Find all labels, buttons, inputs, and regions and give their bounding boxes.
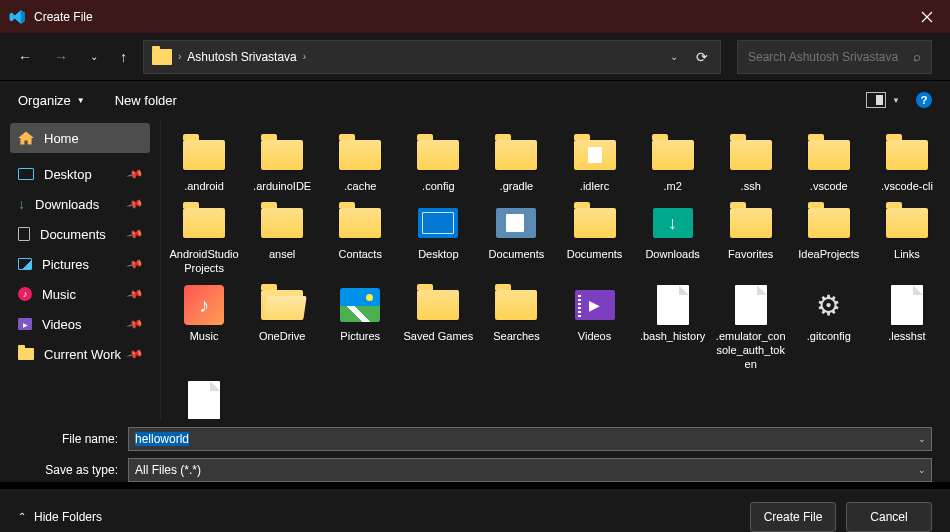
sidebar-item-home[interactable]: Home (10, 123, 150, 153)
folder-icon (261, 140, 303, 170)
grid-item[interactable]: ↓Downloads (636, 197, 710, 279)
create-file-button[interactable]: Create File (750, 502, 836, 532)
grid-item[interactable]: .vscode (792, 129, 866, 197)
file-icon (188, 381, 220, 419)
music-folder-icon: ♪ (184, 285, 224, 325)
grid-item[interactable]: ⚙.gitconfig (792, 279, 866, 375)
grid-item[interactable]: IdeaProjects (792, 197, 866, 279)
sidebar-item-current-work[interactable]: Current Work📌 (10, 339, 150, 369)
grid-item[interactable]: .vscode-cli (870, 129, 944, 197)
grid-item[interactable]: Pictures (323, 279, 397, 375)
grid-item[interactable]: .config (401, 129, 475, 197)
gear-icon: ⚙ (811, 287, 847, 323)
folder-icon (261, 208, 303, 238)
grid-item[interactable]: .gradle (479, 129, 553, 197)
folder-icon (730, 140, 772, 170)
grid-item[interactable]: Desktop (401, 197, 475, 279)
item-label: AndroidStudioProjects (168, 247, 240, 275)
titlebar: Create File (0, 0, 950, 33)
pin-icon: 📌 (126, 195, 145, 213)
grid-item[interactable] (167, 375, 241, 419)
path-dropdown[interactable]: ⌄ (670, 51, 678, 62)
main-area: HomeDesktop📌↓Downloads📌Documents📌Picture… (0, 119, 950, 419)
item-label: Videos (559, 329, 631, 343)
sidebar-item-label: Pictures (42, 257, 89, 272)
item-label: ansel (246, 247, 318, 261)
grid-item[interactable]: .m2 (636, 129, 710, 197)
item-label: Pictures (324, 329, 396, 343)
sidebar-item-pictures[interactable]: Pictures📌 (10, 249, 150, 279)
cancel-button[interactable]: Cancel (846, 502, 932, 532)
sidebar-item-label: Music (42, 287, 76, 302)
back-button[interactable]: ← (18, 49, 32, 65)
up-button[interactable]: ↑ (120, 49, 127, 65)
search-input[interactable] (748, 50, 913, 64)
sidebar: HomeDesktop📌↓Downloads📌Documents📌Picture… (0, 119, 160, 419)
grid-item[interactable]: Documents (479, 197, 553, 279)
pin-icon: 📌 (126, 165, 145, 183)
item-label: Music (168, 329, 240, 343)
documents-folder-icon (496, 208, 536, 238)
desktop-folder-icon (418, 208, 458, 238)
organize-button[interactable]: Organize ▼ (18, 93, 85, 108)
grid-item[interactable]: .emulator_console_auth_token (714, 279, 788, 375)
organize-label: Organize (18, 93, 71, 108)
grid-item[interactable]: Documents (558, 197, 632, 279)
item-label: .m2 (637, 179, 709, 193)
grid-item[interactable]: Videos (558, 279, 632, 375)
address-bar[interactable]: › Ashutosh Srivastava › ⌄ ⟳ (143, 40, 721, 74)
savetype-select[interactable] (128, 458, 932, 482)
sidebar-item-label: Home (44, 131, 79, 146)
sidebar-item-desktop[interactable]: Desktop📌 (10, 159, 150, 189)
refresh-button[interactable]: ⟳ (696, 49, 708, 65)
grid-item[interactable]: Favorites (714, 197, 788, 279)
grid-item[interactable]: .idlerc (558, 129, 632, 197)
view-mode-button[interactable]: ▼ (866, 92, 900, 108)
pin-icon: 📌 (126, 315, 145, 333)
recent-dropdown[interactable]: ⌄ (90, 51, 98, 62)
file-icon (657, 285, 689, 325)
grid-item[interactable]: .lesshst (870, 279, 944, 375)
pin-icon: 📌 (126, 285, 145, 303)
sidebar-item-label: Current Work (44, 347, 121, 362)
breadcrumb-segment[interactable]: Ashutosh Srivastava (187, 50, 296, 64)
sidebar-item-downloads[interactable]: ↓Downloads📌 (10, 189, 150, 219)
folder-open-icon (261, 290, 303, 320)
sidebar-item-documents[interactable]: Documents📌 (10, 219, 150, 249)
filename-input[interactable] (128, 427, 932, 451)
grid-item[interactable]: .bash_history (636, 279, 710, 375)
grid-item[interactable]: .android (167, 129, 241, 197)
pin-icon: 📌 (126, 255, 145, 273)
grid-item[interactable]: Saved Games (401, 279, 475, 375)
new-folder-button[interactable]: New folder (115, 93, 177, 108)
grid-item[interactable]: .ssh (714, 129, 788, 197)
item-label: IdeaProjects (793, 247, 865, 261)
file-grid[interactable]: .android.arduinoIDE.cache.config.gradle.… (160, 119, 950, 419)
grid-item[interactable]: ♪Music (167, 279, 241, 375)
item-label: .bash_history (637, 329, 709, 343)
hide-folders-button[interactable]: ⌃ Hide Folders (18, 510, 102, 524)
window-title: Create File (34, 10, 904, 24)
sidebar-item-videos[interactable]: Videos📌 (10, 309, 150, 339)
filename-label: File name: (18, 432, 128, 446)
grid-item[interactable]: AndroidStudioProjects (167, 197, 241, 279)
grid-item[interactable]: .cache (323, 129, 397, 197)
sidebar-item-music[interactable]: Music📌 (10, 279, 150, 309)
file-icon (891, 285, 923, 325)
item-label: Favorites (715, 247, 787, 261)
search-box[interactable]: ⌕ (737, 40, 932, 74)
grid-item[interactable]: OneDrive (245, 279, 319, 375)
view-icon (866, 92, 886, 108)
pictures-icon (18, 258, 32, 270)
downloads-icon: ↓ (18, 196, 25, 212)
desktop-icon (18, 168, 34, 180)
grid-item[interactable]: Contacts (323, 197, 397, 279)
forward-button[interactable]: → (54, 49, 68, 65)
folder-doc-icon (574, 140, 616, 170)
grid-item[interactable]: Searches (479, 279, 553, 375)
grid-item[interactable]: Links (870, 197, 944, 279)
help-button[interactable]: ? (916, 92, 932, 108)
grid-item[interactable]: ansel (245, 197, 319, 279)
grid-item[interactable]: .arduinoIDE (245, 129, 319, 197)
close-button[interactable] (904, 0, 950, 33)
